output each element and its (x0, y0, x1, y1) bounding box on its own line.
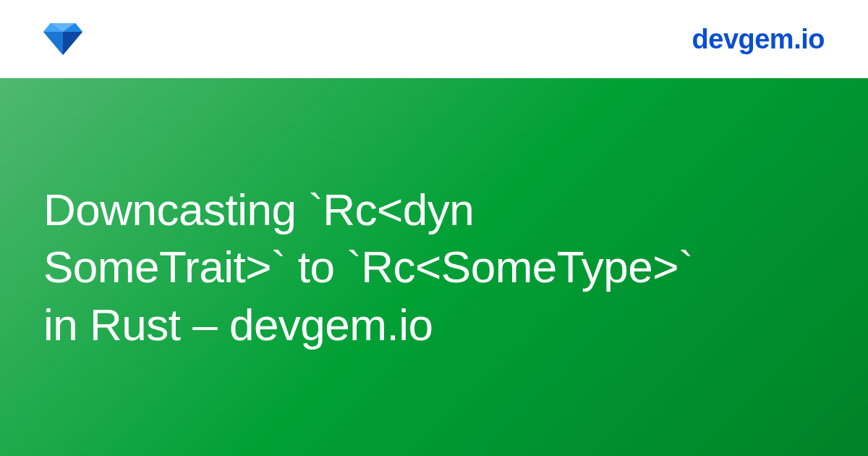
svg-marker-5 (63, 32, 82, 55)
header-bar: devgem.io (0, 0, 868, 78)
page-title: Downcasting `Rc<dyn SomeTrait>` to `Rc<S… (43, 181, 694, 353)
gem-icon-svg (43, 23, 82, 55)
hero-section: Downcasting `Rc<dyn SomeTrait>` to `Rc<S… (0, 78, 868, 456)
svg-marker-4 (43, 32, 63, 55)
brand-name: devgem.io (692, 24, 825, 55)
gem-icon (43, 23, 82, 55)
